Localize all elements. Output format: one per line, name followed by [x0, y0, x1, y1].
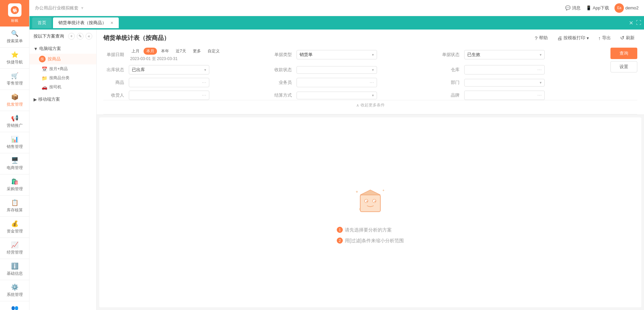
category-icon: 📁 [42, 75, 47, 81]
tree-group-desktop[interactable]: ▼ 电脑端方案 [30, 44, 96, 54]
edit-scheme-btn[interactable]: ✎ [77, 33, 84, 40]
tree-item-label: 按商品 [48, 56, 61, 62]
query-button[interactable]: 查询 [610, 48, 637, 59]
refresh-label: 刷新 [626, 35, 635, 41]
warehouse-label: 仓库 [439, 67, 462, 73]
empty-state: ✦ ✦ ✦ 1 请先选择要分析的方案 2 用[过滤]条件来缩小分析范围 [99, 117, 641, 307]
sidebar-item-quick-nav[interactable]: ⭐ 快捷导航 [0, 48, 29, 69]
doc-status-select[interactable]: 已生效 ▾ [464, 50, 545, 59]
breadcrumb-arrow: ▾ [81, 5, 84, 10]
sidebar-item-operation[interactable]: 📈 经营管理 [0, 238, 29, 259]
message-btn[interactable]: 💬 消息 [565, 5, 581, 11]
export-btn[interactable]: ↑ 导出 [596, 34, 614, 42]
date-btn-last-month[interactable]: 上月 [129, 48, 142, 55]
add-scheme-btn[interactable]: + [68, 33, 75, 40]
date-btn-this-year[interactable]: 本年 [158, 48, 172, 55]
svg-point-7 [374, 201, 376, 202]
system-icon: ⚙️ [11, 283, 18, 291]
tree-sub-label: 按商品分类 [49, 75, 69, 81]
tree-item-by-goods[interactable]: 按 按商品 [30, 54, 96, 64]
salesman-input[interactable]: ··· [297, 78, 377, 87]
sidebar-item-label: 电商管理 [7, 165, 23, 171]
sidebar-item-sales[interactable]: 📊 销售管理 [0, 132, 29, 153]
retail-icon: 🛒 [11, 72, 18, 80]
doc-type-select[interactable]: 销货单 ▾ [297, 50, 377, 59]
receipt-status-select[interactable]: ▾ [297, 66, 377, 74]
brand-dots: ··· [537, 92, 542, 98]
tree-item-by-driver[interactable]: 🚗 按司机 [30, 83, 96, 92]
collapse-more-btn[interactable]: ∧ 收起更多条件 [103, 100, 637, 110]
tab-home[interactable]: 首页 [32, 17, 52, 28]
receiver-label: 收货人 [103, 92, 127, 98]
receiver-input[interactable]: ··· [129, 91, 209, 100]
sidebar-item-marketing[interactable]: 📢 营销推广 [0, 111, 29, 132]
tab-sales-stats[interactable]: 销货单统计表（按商品） ✕ [53, 17, 119, 28]
print-dropdown-icon: ▾ [587, 36, 589, 41]
tab-close-icon[interactable]: ✕ [110, 21, 113, 25]
marketing-icon: 📢 [11, 114, 18, 122]
date-btn-more[interactable]: 更多 [190, 48, 204, 55]
tree-item-by-month-goods[interactable]: 📅 按月+商品 [30, 64, 96, 73]
svg-text:畅: 畅 [13, 8, 17, 13]
page-title-bar: 销货单统计表（按商品） ? 帮助 🖨 按模板打印 ▾ ↑ [97, 30, 644, 115]
header-actions: 💬 消息 📱 App下载 Ea demo2 [565, 3, 639, 13]
sales-icon: 📊 [11, 136, 18, 143]
ecommerce-icon: 🖥️ [11, 157, 18, 164]
settings-button[interactable]: 设置 [610, 61, 637, 72]
dept-select[interactable]: ▾ [464, 79, 545, 87]
empty-step-2: 2 用[过滤]条件来缩小分析范围 [337, 236, 404, 245]
goods-input[interactable]: ··· [129, 78, 209, 87]
tab-minimize-icon[interactable]: ✕ [629, 20, 633, 26]
date-btn-custom[interactable]: 自定义 [205, 48, 222, 55]
panel-header-actions: + ✎ « [68, 33, 92, 40]
settle-label: 结算方式 [271, 92, 294, 98]
tree-group-mobile[interactable]: ▶ 移动端方案 [30, 94, 96, 104]
doc-type-arrow: ▾ [372, 53, 374, 57]
sidebar-item-inventory[interactable]: 📋 库存核算 [0, 196, 29, 217]
filter-row-2: 出库状态 已出库 ▾ 收款状态 [103, 65, 606, 74]
user-profile-btn[interactable]: Ea demo2 [614, 3, 639, 13]
out-status-select[interactable]: 已出库 ▾ [129, 65, 209, 74]
empty-text: 1 请先选择要分析的方案 2 用[过滤]条件来缩小分析范围 [337, 225, 404, 247]
breadcrumb: 办公用品行业模拟账套 ▾ [35, 5, 84, 11]
sidebar-item-wholesale[interactable]: 📦 批发管理 [0, 90, 29, 111]
svg-text:✦: ✦ [382, 189, 385, 192]
print-btn[interactable]: 🖨 按模板打印 ▾ [554, 34, 592, 42]
help-icon: ? [535, 35, 537, 41]
date-range-display: 2023-03-01 至 2023-03-31 [130, 56, 177, 62]
purchase-icon: 🛍️ [11, 178, 18, 185]
sidebar-item-purchase[interactable]: 🛍️ 采购管理 [0, 174, 29, 196]
date-btn-7days[interactable]: 近7天 [173, 48, 189, 55]
print-label: 按模板打印 [564, 35, 585, 41]
sidebar-item-finance[interactable]: 💰 资金管理 [0, 217, 29, 238]
app-download-btn[interactable]: 📱 App下载 [586, 5, 609, 11]
settle-arrow: ▾ [372, 93, 374, 98]
tree-item-by-category[interactable]: 📁 按商品分类 [30, 73, 96, 83]
tree-group-label: 电脑端方案 [39, 46, 61, 52]
refresh-btn[interactable]: ↺ 刷新 [618, 34, 637, 42]
sidebar-item-search[interactable]: 🔍 搜索菜单 [0, 27, 29, 48]
salesman-label: 业务员 [271, 80, 294, 86]
sidebar-item-ecommerce[interactable]: 🖥️ 电商管理 [0, 153, 29, 174]
doc-status-label: 单据状态 [439, 52, 462, 58]
print-icon: 🖨 [557, 35, 562, 41]
sidebar-item-retail[interactable]: 🛒 零售管理 [0, 69, 29, 90]
search-icon: 🔍 [11, 30, 18, 37]
help-btn[interactable]: ? 帮助 [532, 34, 550, 42]
sidebar-item-label: 营销推广 [7, 123, 23, 128]
settle-select[interactable]: ▾ [297, 92, 377, 99]
sidebar-item-system[interactable]: ⚙️ 系统管理 [0, 280, 29, 301]
sidebar-item-basic[interactable]: ℹ️ 基础信息 [0, 259, 29, 280]
goods-dots: ··· [202, 80, 206, 86]
sidebar-item-enterprise[interactable]: 👥 企业协同 [0, 301, 29, 310]
brand-label: 品牌 [439, 92, 462, 98]
left-panel: 按以下方案查询 + ✎ « ▼ 电脑端方案 按 按商品 📅 [30, 30, 97, 310]
collapse-panel-btn[interactable]: « [86, 33, 92, 40]
driver-icon: 🚗 [42, 85, 47, 90]
warehouse-input[interactable]: ··· [464, 65, 545, 74]
brand-input[interactable]: ··· [464, 91, 545, 100]
finance-icon: 💰 [11, 220, 18, 227]
tab-expand-icon[interactable]: ⛶ [636, 20, 641, 26]
tree-sub-label: 按司机 [49, 84, 61, 90]
date-btn-this-month[interactable]: 本月 [144, 48, 157, 55]
